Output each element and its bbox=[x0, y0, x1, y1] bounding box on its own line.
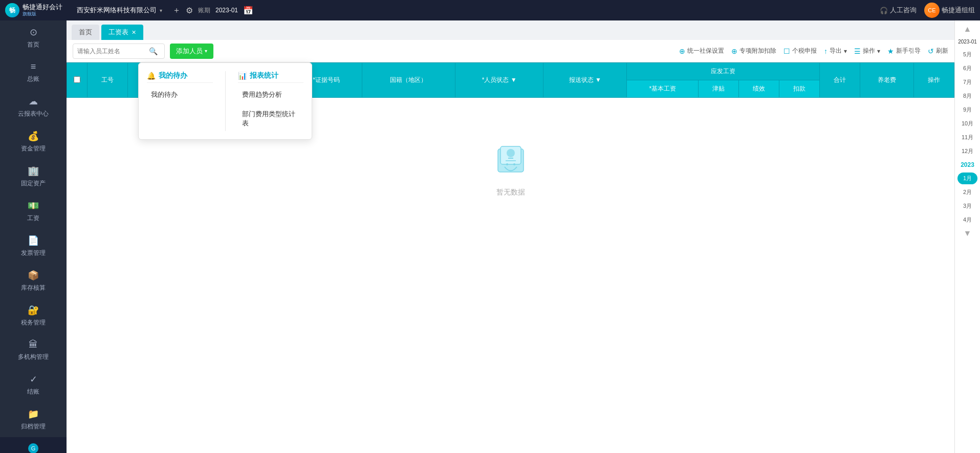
personal-tax-button[interactable]: ☐ 个税申报 bbox=[783, 47, 817, 55]
sidebar-item-salary[interactable]: 💵 工资 bbox=[0, 194, 67, 229]
sidebar-label-checkout: 结账 bbox=[27, 387, 39, 396]
reports-icon: 📊 bbox=[238, 72, 247, 80]
company-name: 西安虾米网络科技有限公司 bbox=[77, 6, 157, 15]
customer-service-button[interactable]: 🎧 人工咨询 bbox=[880, 6, 917, 15]
popup-todo-title: 我的待办 bbox=[159, 71, 187, 80]
search-icon[interactable]: 🔍 bbox=[149, 47, 158, 55]
social-security-icon: ⊕ bbox=[679, 47, 685, 55]
th-status: *人员状态 ▼ bbox=[455, 63, 543, 98]
th-pension: 养老费 bbox=[860, 63, 914, 98]
timeline-month-10[interactable]: 10月 bbox=[955, 117, 980, 131]
th-bonus: 绩效 bbox=[739, 80, 779, 98]
svg-point-2 bbox=[507, 149, 515, 157]
tab-salary-table-label: 工资表 bbox=[108, 28, 128, 37]
th-number: 工号 bbox=[88, 63, 128, 98]
timeline-panel: ▲ 2023-01 5月 6月 7月 8月 9月 10月 11月 12月 202… bbox=[954, 20, 980, 453]
export-button[interactable]: ↑ 导出 ▾ bbox=[824, 47, 847, 55]
th-deduction: 扣款 bbox=[779, 80, 820, 98]
calendar-button[interactable]: 📅 bbox=[243, 6, 253, 15]
xiaochang-icon: G bbox=[28, 443, 38, 453]
sidebar-item-checkout[interactable]: ✓ 结账 bbox=[0, 368, 67, 402]
popup-cost-trend[interactable]: 费用趋势分析 bbox=[238, 87, 304, 102]
operations-label: 操作 bbox=[863, 47, 875, 55]
logo-text-group: 畅捷通好会计 旗舰版 bbox=[23, 3, 62, 18]
th-report-status: 报送状态 ▼ bbox=[543, 63, 627, 98]
popup-row: 🔔 我的待办 我的待办 📊 报表统计 费用趋势分析 部门费用类型统计表 bbox=[147, 71, 303, 131]
new-guide-button[interactable]: ★ 新手引导 bbox=[887, 47, 921, 55]
period-value: 2023-01 bbox=[215, 7, 238, 14]
sidebar-item-cloud-reports[interactable]: ☁ 云报表中心 bbox=[0, 90, 67, 124]
th-checkbox[interactable] bbox=[67, 63, 88, 98]
search-box: 🔍 bbox=[73, 44, 165, 59]
timeline-nav-up[interactable]: ▲ bbox=[962, 23, 974, 36]
sidebar-label-home: 首页 bbox=[27, 40, 39, 49]
toolbar-actions: ⊕ 统一社保设置 ⊕ 专项附加扣除 ☐ 个税申报 ↑ 导出 ▾ ☰ bbox=[679, 47, 948, 55]
user-profile[interactable]: CE 畅捷通组组 bbox=[924, 3, 975, 18]
add-company-button[interactable]: ＋ bbox=[172, 5, 181, 16]
timeline-month-2[interactable]: 2月 bbox=[955, 185, 980, 199]
operations-button[interactable]: ☰ 操作 ▾ bbox=[854, 47, 880, 55]
add-person-label: 添加人员 bbox=[176, 47, 203, 56]
timeline-current-month[interactable]: 1月 bbox=[957, 172, 977, 184]
filter-icon2[interactable]: ▼ bbox=[595, 76, 601, 83]
th-operations: 操作 bbox=[913, 63, 954, 98]
sidebar-item-archive[interactable]: 📁 归档管理 bbox=[0, 402, 67, 437]
tab-home-label: 首页 bbox=[79, 28, 92, 37]
tab-home[interactable]: 首页 bbox=[72, 25, 99, 40]
logo-area: 畅 畅捷通好会计 旗舰版 bbox=[5, 3, 72, 18]
salary-icon: 💵 bbox=[28, 200, 39, 211]
sidebar-item-home[interactable]: ⊙ 首页 bbox=[0, 20, 67, 55]
timeline-month-11[interactable]: 11月 bbox=[955, 131, 980, 144]
period-label: 账期 bbox=[198, 6, 210, 15]
tab-close-icon[interactable]: ✕ bbox=[132, 29, 136, 36]
th-total: 合计 bbox=[820, 63, 860, 98]
special-deduction-button[interactable]: ⊕ 专项附加扣除 bbox=[731, 47, 776, 55]
sidebar-label-multi-org: 多机构管理 bbox=[18, 353, 49, 361]
settings-button[interactable]: ⚙ bbox=[186, 6, 193, 15]
sidebar-item-fixed-assets[interactable]: 🏢 固定资产 bbox=[0, 159, 67, 194]
timeline-month-9[interactable]: 9月 bbox=[955, 103, 980, 117]
popup-col-reports: 📊 报表统计 费用趋势分析 部门费用类型统计表 bbox=[238, 71, 304, 131]
search-input[interactable] bbox=[77, 48, 149, 55]
social-security-button[interactable]: ⊕ 统一社保设置 bbox=[679, 47, 724, 55]
company-chevron-icon: ▾ bbox=[160, 8, 162, 13]
add-person-dropdown-icon: ▾ bbox=[205, 48, 207, 54]
sidebar-item-general-ledger[interactable]: ≡ 总账 bbox=[0, 55, 67, 90]
sidebar-item-invoice[interactable]: 📄 发票管理 bbox=[0, 229, 67, 264]
sidebar-label-funds: 资金管理 bbox=[21, 144, 46, 153]
timeline-month-8[interactable]: 8月 bbox=[955, 89, 980, 103]
ledger-icon: ≡ bbox=[31, 61, 36, 72]
timeline-month-6[interactable]: 6月 bbox=[955, 61, 980, 75]
tab-bar: 首页 工资表 ✕ bbox=[67, 20, 954, 40]
tax-icon: 🔐 bbox=[28, 305, 39, 316]
sidebar-item-inventory[interactable]: 📦 库存核算 bbox=[0, 264, 67, 298]
filter-icon[interactable]: ▼ bbox=[511, 76, 517, 83]
popup-reports-header: 📊 报表统计 bbox=[238, 71, 304, 83]
operations-dropdown-icon: ▾ bbox=[877, 48, 880, 55]
popup-dept-cost[interactable]: 部门费用类型统计表 bbox=[238, 106, 304, 131]
archive-icon: 📁 bbox=[28, 408, 39, 420]
timeline-year-2023: 2023 bbox=[955, 158, 980, 171]
select-all-checkbox[interactable] bbox=[74, 76, 80, 83]
popup-my-todo[interactable]: 我的待办 bbox=[147, 87, 213, 102]
timeline-month-5[interactable]: 5月 bbox=[955, 48, 980, 61]
sidebar-item-tax[interactable]: 🔐 税务管理 bbox=[0, 298, 67, 333]
add-person-button[interactable]: 添加人员 ▾ bbox=[170, 44, 213, 59]
timeline-month-4[interactable]: 4月 bbox=[955, 213, 980, 227]
sidebar-item-xiaochang[interactable]: G 小畅报销 ◀ bbox=[0, 437, 67, 453]
timeline-month-3[interactable]: 3月 bbox=[955, 199, 980, 213]
new-guide-icon: ★ bbox=[887, 47, 894, 55]
timeline-month-7[interactable]: 7月 bbox=[955, 75, 980, 89]
timeline-month-12[interactable]: 12月 bbox=[955, 144, 980, 158]
empty-icon bbox=[490, 139, 531, 180]
sidebar-item-multi-org[interactable]: 🏛 多机构管理 bbox=[0, 333, 67, 368]
timeline-nav-down[interactable]: ▼ bbox=[962, 227, 974, 240]
inventory-icon: 📦 bbox=[28, 270, 39, 281]
sidebar-label-invoice: 发票管理 bbox=[21, 249, 46, 257]
company-selector[interactable]: 西安虾米网络科技有限公司 ▾ bbox=[72, 6, 167, 15]
tab-salary-table[interactable]: 工资表 ✕ bbox=[101, 25, 143, 40]
sidebar-item-funds[interactable]: 💰 资金管理 bbox=[0, 124, 67, 159]
refresh-icon: ↺ bbox=[928, 47, 934, 55]
refresh-button[interactable]: ↺ 刷新 bbox=[928, 47, 948, 55]
sidebar-label-inventory: 库存核算 bbox=[21, 284, 46, 292]
